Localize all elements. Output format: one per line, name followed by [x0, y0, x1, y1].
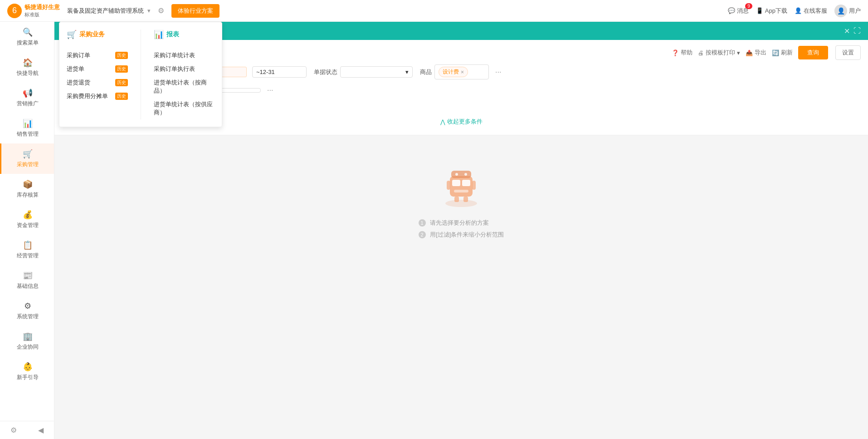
sidebar-icon-marketing: 📢 — [23, 88, 33, 98]
menu-item-purchase-order[interactable]: 采购订单 历史 — [67, 49, 128, 62]
menu-item-expense[interactable]: 采购费用分摊单 历史 — [67, 89, 128, 103]
sidebar-item-purchase[interactable]: 🛒 采购管理 — [0, 143, 54, 174]
logo-sub: 标准版 — [24, 11, 60, 18]
sidebar-icon-basics: 📰 — [23, 271, 33, 281]
svg-rect-7 — [454, 197, 459, 202]
tab-right-actions: ✕ ⛶ — [844, 27, 868, 35]
sidebar-label-inventory: 库存核算 — [17, 191, 39, 199]
export-icon: 📤 — [746, 49, 753, 56]
svg-rect-9 — [451, 171, 471, 178]
svg-rect-4 — [454, 190, 468, 192]
message-icon: 💬 — [728, 7, 735, 14]
sidebar-collapse-btn[interactable]: ◀ — [38, 426, 44, 434]
product-tag-remove[interactable]: × — [461, 69, 464, 75]
sidebar-item-operations[interactable]: 📋 经营管理 — [0, 235, 54, 265]
app-download-action[interactable]: 📱 App下载 — [756, 7, 787, 15]
export-btn[interactable]: 📤 导出 — [746, 49, 766, 57]
sidebar-label-purchase: 采购管理 — [17, 161, 39, 168]
tab-close-window-btn[interactable]: ✕ — [844, 27, 850, 35]
refresh-btn[interactable]: 🔄 刷新 — [772, 49, 793, 57]
product-tag: 设计费 × — [439, 67, 468, 77]
history-badge-4: 历史 — [115, 93, 128, 100]
empty-state: 1 请先选择要分析的方案 2 用[过滤]条件来缩小分析范围 — [54, 135, 868, 268]
product-more-icon[interactable]: ··· — [495, 68, 501, 76]
online-service-label: 在线客服 — [804, 7, 827, 15]
sidebar-item-sales[interactable]: 📊 销售管理 — [0, 113, 54, 143]
logo-text: 畅捷通好生意 标准版 — [24, 4, 60, 18]
system-settings-icon[interactable]: ⚙ — [158, 6, 164, 15]
menu-item-receipt[interactable]: 进货单 历史 — [67, 62, 128, 76]
svg-rect-3 — [462, 180, 470, 186]
sidebar-bottom: ⚙ ◀ — [0, 421, 54, 439]
service-icon: 👤 — [795, 7, 802, 14]
reports-section-icon: 📊 — [154, 30, 164, 39]
settings-button[interactable]: 设置 — [835, 45, 861, 60]
sidebar-icon-inventory: 📦 — [23, 179, 33, 189]
product-select[interactable]: 设计费 × — [434, 64, 489, 79]
sidebar-label-sales: 销售管理 — [17, 130, 39, 138]
export-label: 导出 — [755, 49, 766, 57]
user-avatar: 👤 — [834, 5, 847, 17]
sidebar-items: 🔍 搜索菜单 🏠 快捷导航 📢 营销推广 📊 销售管理 🛒 采购管理 📦 库存核… — [0, 22, 54, 387]
sidebar-label-system: 系统管理 — [17, 313, 39, 321]
sidebar-label-basics: 基础信息 — [17, 282, 39, 290]
dropdown-menu: 🛒 采购业务 采购订单 历史 进货单 历史 进货退货 历史 采购费用分摊单 历史 — [59, 22, 222, 127]
sidebar-item-system[interactable]: ⚙ 系统管理 — [0, 296, 54, 326]
print-icon: 🖨 — [698, 49, 704, 56]
return-label: 进货退货 — [67, 79, 90, 87]
svg-point-0 — [445, 200, 477, 207]
print-dropdown-icon: ▾ — [737, 49, 740, 56]
empty-illustration — [434, 163, 488, 208]
status-select[interactable]: ▾ — [340, 66, 413, 78]
sidebar-icon-search: 🔍 — [23, 27, 33, 37]
receipt-stat-supplier-label: 进货单统计表（按供应商） — [154, 100, 215, 117]
messages-action[interactable]: 💬 消息 9 — [728, 7, 749, 15]
top-actions: 💬 消息 9 📱 App下载 👤 在线客服 👤 用户 — [728, 5, 861, 17]
sidebar-item-enterprise[interactable]: 🏢 企业协同 — [0, 326, 54, 356]
expense-label: 采购费用分摊单 — [67, 92, 108, 100]
industry-button[interactable]: 体验行业方案 — [171, 4, 219, 18]
menu-item-purchase-exec[interactable]: 采购订单执行表 — [154, 62, 215, 76]
refresh-label: 刷新 — [781, 49, 793, 57]
menu-item-purchase-stat[interactable]: 采购订单统计表 — [154, 49, 215, 62]
sidebar-item-quicknav[interactable]: 🏠 快捷导航 — [0, 52, 54, 83]
menu-item-return[interactable]: 进货退货 历史 — [67, 76, 128, 89]
system-dropdown-icon[interactable]: ▾ — [147, 7, 151, 14]
user-action[interactable]: 👤 用户 — [834, 5, 861, 17]
salesperson-more-icon[interactable]: ··· — [267, 86, 273, 94]
reports-section-label: 报表 — [166, 30, 179, 39]
menu-section-purchase: 🛒 采购业务 采购订单 历史 进货单 历史 进货退货 历史 采购费用分摊单 历史 — [67, 30, 128, 119]
tip1-dot: 1 — [419, 219, 426, 227]
empty-tips: 1 请先选择要分析的方案 2 用[过滤]条件来缩小分析范围 — [419, 217, 504, 241]
sidebar-item-basics[interactable]: 📰 基础信息 — [0, 265, 54, 296]
tab-resize-btn[interactable]: ⛶ — [853, 27, 861, 35]
svg-rect-1 — [450, 176, 473, 197]
sidebar-label-operations: 经营管理 — [17, 252, 39, 260]
refresh-icon: 🔄 — [772, 49, 779, 56]
product-label: 商品 — [420, 68, 432, 76]
sidebar-item-inventory[interactable]: 📦 库存核算 — [0, 174, 54, 204]
receipt-label: 进货单 — [67, 65, 84, 73]
print-label: 按模板打印 — [706, 49, 735, 57]
sidebar-item-marketing[interactable]: 📢 营销推广 — [0, 83, 54, 113]
query-button[interactable]: 查询 — [798, 46, 828, 59]
product-tag-label: 设计费 — [443, 68, 459, 76]
menu-item-receipt-stat-supplier[interactable]: 进货单统计表（按供应商） — [154, 98, 215, 119]
sidebar-item-guide[interactable]: 👶 新手引导 — [0, 356, 54, 387]
app-container: 6 畅捷通好生意 标准版 装备及固定资产辅助管理系统 ▾ ⚙ 体验行业方案 💬 … — [0, 0, 868, 439]
status-select-arrow: ▾ — [405, 69, 409, 75]
history-badge-1: 历史 — [115, 52, 128, 59]
sidebar-label-search: 搜索菜单 — [17, 39, 39, 47]
sidebar-item-funds[interactable]: 💰 资金管理 — [0, 204, 54, 235]
print-btn[interactable]: 🖨 按模板打印 ▾ — [698, 49, 740, 57]
online-service-action[interactable]: 👤 在线客服 — [795, 7, 827, 15]
sidebar-label-guide: 新手引导 — [17, 374, 39, 381]
date-value[interactable]: ~12-31 — [252, 66, 307, 78]
sidebar-icon-purchase: 🛒 — [23, 149, 33, 159]
logo-icon: 6 — [7, 4, 22, 18]
help-btn[interactable]: ❓ 帮助 — [672, 49, 692, 57]
sidebar-settings-btn[interactable]: ⚙ — [10, 426, 17, 434]
menu-item-receipt-stat-product[interactable]: 进货单统计表（按商品） — [154, 76, 215, 98]
sidebar-icon-operations: 📋 — [23, 240, 33, 250]
sidebar-item-search[interactable]: 🔍 搜索菜单 — [0, 22, 54, 52]
